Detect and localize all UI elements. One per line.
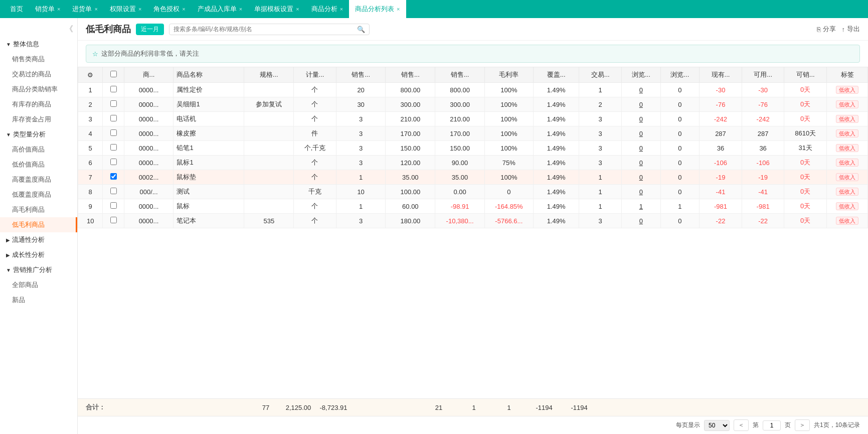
next-page-btn[interactable]: ＞ — [795, 419, 810, 431]
page-size-select[interactable]: 50 100 200 — [704, 420, 730, 431]
col-header-unit[interactable]: 计量... — [294, 67, 336, 83]
filter-recent-month-btn[interactable]: 近一月 — [136, 24, 164, 35]
sidebar-group-overall[interactable]: ▼ 整体信息 — [0, 37, 77, 52]
sidebar-group-flow[interactable]: ▶ 流通性分析 — [0, 232, 77, 247]
col-header-sale-profit[interactable]: 销售... — [435, 67, 485, 83]
sidebar-item-high-value[interactable]: 高价值商品 — [0, 142, 77, 157]
cell-check[interactable] — [103, 141, 124, 156]
share-btn[interactable]: ⎘ 分享 — [817, 25, 836, 34]
cell-check[interactable] — [103, 199, 124, 214]
col-header-browse1[interactable]: 浏览... — [622, 67, 661, 83]
browse1-link[interactable]: 0 — [639, 217, 643, 225]
row-checkbox[interactable] — [110, 100, 117, 107]
cell-browse1[interactable]: 0 — [622, 185, 661, 199]
nav-home[interactable]: 首页 — [4, 0, 29, 18]
close-analysis-icon[interactable]: × — [340, 6, 343, 12]
cell-browse1[interactable]: 0 — [622, 156, 661, 170]
nav-product-analysis[interactable]: 商品分析 × — [305, 0, 349, 18]
browse1-link[interactable]: 0 — [639, 101, 643, 108]
col-header-code[interactable]: 商... — [124, 67, 173, 83]
export-btn[interactable]: ↑ 导出 — [842, 25, 860, 34]
sidebar-item-high-coverage[interactable]: 高覆盖度商品 — [0, 172, 77, 187]
browse1-link[interactable]: 0 — [639, 130, 643, 137]
nav-permissions[interactable]: 权限设置 × — [104, 0, 147, 18]
search-input[interactable] — [173, 26, 357, 33]
row-checkbox[interactable] — [110, 202, 117, 209]
cell-browse1[interactable]: 0 — [622, 112, 661, 126]
cell-check[interactable] — [103, 156, 124, 170]
sidebar-item-low-coverage[interactable]: 低覆盖度商品 — [0, 187, 77, 202]
col-header-sellable[interactable]: 可销... — [784, 67, 827, 83]
search-icon[interactable]: 🔍 — [357, 26, 365, 33]
sidebar-group-marketing[interactable]: ▼ 营销推广分析 — [0, 262, 77, 277]
row-checkbox[interactable] — [110, 115, 117, 121]
cell-browse1[interactable]: 0 — [622, 97, 661, 112]
col-header-sale-qty[interactable]: 销售... — [336, 67, 386, 83]
cell-check[interactable] — [103, 112, 124, 126]
cell-check[interactable] — [103, 97, 124, 112]
select-all-checkbox[interactable] — [110, 71, 117, 77]
col-header-spec[interactable]: 规格... — [244, 67, 294, 83]
cell-check[interactable] — [103, 170, 124, 185]
browse1-link[interactable]: 0 — [639, 86, 643, 94]
cell-browse1[interactable]: 0 — [622, 214, 661, 228]
nav-sales[interactable]: 销货单 × — [29, 0, 66, 18]
browse1-link[interactable]: 0 — [639, 174, 643, 181]
sidebar-item-stock-capital[interactable]: 库存资金占用 — [0, 112, 77, 127]
col-header-trade[interactable]: 交易... — [579, 67, 622, 83]
cell-browse1[interactable]: 0 — [622, 126, 661, 141]
cell-browse1[interactable]: 0 — [622, 170, 661, 185]
nav-purchase[interactable]: 进货单 × — [66, 0, 103, 18]
col-header-sale-amt[interactable]: 销售... — [386, 67, 435, 83]
close-sales-icon[interactable]: × — [57, 6, 60, 12]
sidebar-item-new-products[interactable]: 新品 — [0, 293, 77, 308]
sidebar-item-high-profit[interactable]: 高毛利商品 — [0, 202, 77, 217]
close-analysislist-icon[interactable]: × — [397, 6, 400, 12]
col-header-browse2[interactable]: 浏览... — [660, 67, 700, 83]
col-header-gross-rate[interactable]: 毛利率 — [484, 67, 533, 83]
col-header-coverage[interactable]: 覆盖... — [533, 67, 579, 83]
browse1-link[interactable]: 0 — [639, 188, 643, 196]
close-productentry-icon[interactable]: × — [239, 6, 242, 12]
cell-browse1[interactable]: 0 — [622, 141, 661, 156]
cell-check[interactable] — [103, 83, 124, 97]
cell-check[interactable] — [103, 214, 124, 228]
browse1-link[interactable]: 0 — [639, 159, 643, 167]
close-template-icon[interactable]: × — [296, 6, 299, 12]
row-checkbox[interactable] — [110, 86, 117, 92]
nav-product-entry[interactable]: 产成品入库单 × — [192, 0, 248, 18]
sidebar-item-low-value[interactable]: 低价值商品 — [0, 157, 77, 172]
sidebar-group-type[interactable]: ▼ 类型量分析 — [0, 127, 77, 142]
prev-page-btn[interactable]: ＜ — [734, 419, 749, 431]
cell-check[interactable] — [103, 185, 124, 199]
sidebar-item-traded-products[interactable]: 交易过的商品 — [0, 67, 77, 82]
cell-browse1[interactable]: 1 — [622, 199, 661, 214]
sidebar-collapse-btn[interactable]: 《 — [0, 22, 77, 37]
close-permissions-icon[interactable]: × — [138, 6, 141, 12]
close-purchase-icon[interactable]: × — [94, 6, 97, 12]
sidebar-item-all-products[interactable]: 全部商品 — [0, 277, 77, 293]
row-checkbox[interactable] — [110, 173, 117, 180]
sidebar-item-sales-products[interactable]: 销售类商品 — [0, 52, 77, 67]
row-checkbox[interactable] — [110, 217, 117, 223]
nav-analysis-list[interactable]: 商品分析列表 × — [349, 0, 406, 18]
row-checkbox[interactable] — [110, 129, 117, 136]
col-header-available[interactable]: 可用... — [742, 67, 784, 83]
browse1-link[interactable]: 1 — [639, 203, 643, 210]
close-roleauth-icon[interactable]: × — [182, 6, 185, 12]
sidebar-group-growth[interactable]: ▶ 成长性分析 — [0, 247, 77, 262]
browse1-link[interactable]: 0 — [639, 144, 643, 152]
row-checkbox[interactable] — [110, 144, 117, 151]
nav-template-settings[interactable]: 单据模板设置 × — [248, 0, 305, 18]
sidebar-item-category-assist[interactable]: 商品分类助销率 — [0, 82, 77, 97]
browse1-link[interactable]: 0 — [639, 115, 643, 123]
col-header-settings[interactable]: ⚙ — [78, 67, 103, 83]
page-number-input[interactable] — [763, 420, 781, 430]
cell-check[interactable] — [103, 126, 124, 141]
cell-browse1[interactable]: 0 — [622, 83, 661, 97]
col-header-tag[interactable]: 标签 — [827, 67, 868, 83]
row-checkbox[interactable] — [110, 159, 117, 165]
row-checkbox[interactable] — [110, 188, 117, 194]
sidebar-item-low-profit[interactable]: 低毛利商品 — [0, 217, 77, 232]
sidebar-item-stock-products[interactable]: 有库存的商品 — [0, 97, 77, 112]
